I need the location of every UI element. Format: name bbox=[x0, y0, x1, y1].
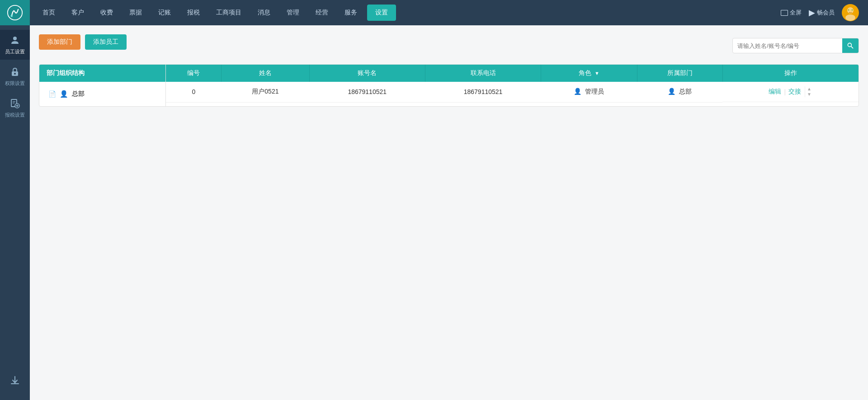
svg-point-3 bbox=[845, 14, 855, 21]
col-action: 操作 bbox=[722, 65, 859, 82]
filter-icon: ▼ bbox=[594, 71, 599, 76]
nav-msg[interactable]: 消息 bbox=[250, 0, 278, 25]
search-button[interactable] bbox=[842, 38, 859, 53]
nav-operate[interactable]: 经营 bbox=[307, 0, 336, 25]
top-nav: 首页 客户 收费 票据 记账 报税 工商项目 消息 管理 经营 服务 设置 全屏… bbox=[0, 0, 868, 25]
cell-name: 用户0521 bbox=[222, 82, 309, 102]
dept-tree-content: 📄 👤 总部 bbox=[39, 82, 165, 106]
svg-line-14 bbox=[851, 47, 853, 48]
dept-item-root[interactable]: 📄 👤 总部 bbox=[45, 87, 160, 101]
lock-icon bbox=[9, 66, 20, 77]
nav-bill[interactable]: 票据 bbox=[121, 0, 150, 25]
col-phone: 联系电话 bbox=[425, 65, 541, 82]
nav-items: 首页 客户 收费 票据 记账 报税 工商项目 消息 管理 经营 服务 设置 bbox=[30, 0, 781, 25]
role-icon: 👤 bbox=[574, 88, 581, 95]
col-name: 姓名 bbox=[222, 65, 309, 82]
scroll-down-arrow[interactable]: ▼ bbox=[807, 92, 811, 97]
nav-settings[interactable]: 设置 bbox=[367, 5, 396, 21]
dept-tree-header: 部门组织结构 bbox=[39, 65, 165, 82]
fullscreen-btn[interactable]: 全屏 bbox=[781, 9, 802, 17]
vip-btn[interactable]: ▶ 畅会员 bbox=[809, 8, 835, 18]
nav-right: 全屏 ▶ 畅会员 bbox=[781, 4, 868, 21]
scroll-up-arrow[interactable]: ▲ bbox=[807, 86, 811, 92]
staff-table: 编号 姓名 账号名 联系电话 角色 ▼ 所属部门 操作 bbox=[166, 65, 859, 106]
sidebar-item-employee[interactable]: 员工设置 bbox=[0, 30, 30, 60]
nav-fee[interactable]: 收费 bbox=[92, 0, 121, 25]
person-icon bbox=[9, 35, 20, 46]
cell-phone: 18679110521 bbox=[425, 82, 541, 102]
nav-account[interactable]: 记账 bbox=[150, 0, 179, 25]
col-id: 编号 bbox=[166, 65, 222, 82]
transfer-action[interactable]: 交接 bbox=[788, 88, 801, 96]
download-icon bbox=[9, 375, 20, 386]
cell-role: 👤 管理员 bbox=[541, 82, 637, 102]
avatar-icon bbox=[842, 4, 859, 21]
nav-home[interactable]: 首页 bbox=[34, 0, 63, 25]
col-role-label: 角色 bbox=[579, 69, 591, 76]
nav-manage[interactable]: 管理 bbox=[278, 0, 307, 25]
add-staff-button[interactable]: 添加员工 bbox=[85, 34, 127, 50]
dept-tree: 部门组织结构 📄 👤 总部 bbox=[39, 65, 166, 106]
sidebar-item-employee-label: 员工设置 bbox=[5, 48, 25, 55]
content-area: 添加部门 添加员工 部门组织结构 📄 bbox=[30, 25, 868, 400]
svg-point-5 bbox=[852, 9, 853, 11]
dept-icon-cell: 👤 bbox=[668, 88, 675, 95]
employee-table: 编号 姓名 账号名 联系电话 角色 ▼ 所属部门 操作 bbox=[166, 65, 859, 103]
fullscreen-icon bbox=[781, 10, 788, 16]
nav-biz[interactable]: 工商项目 bbox=[208, 0, 250, 25]
vip-label: 畅会员 bbox=[817, 9, 835, 17]
left-sidebar: 员工设置 权限设置 报税设置 bbox=[0, 25, 30, 400]
role-value: 管理员 bbox=[585, 88, 604, 95]
scroll-arrows[interactable]: ▲ ▼ bbox=[805, 86, 814, 97]
sidebar-item-download[interactable] bbox=[0, 366, 30, 395]
col-dept: 所属部门 bbox=[637, 65, 722, 82]
sidebar-item-permissions-label: 权限设置 bbox=[5, 80, 25, 87]
logo-icon bbox=[7, 5, 23, 21]
vip-icon: ▶ bbox=[809, 8, 815, 18]
dept-person-icon: 👤 bbox=[60, 90, 68, 98]
svg-point-1 bbox=[11, 15, 13, 17]
col-account: 账号名 bbox=[309, 65, 425, 82]
svg-point-6 bbox=[13, 37, 17, 40]
fullscreen-label: 全屏 bbox=[790, 9, 802, 17]
cell-account: 18679110521 bbox=[309, 82, 425, 102]
sidebar-item-taxreport[interactable]: 报税设置 bbox=[0, 93, 30, 123]
action-buttons: 添加部门 添加员工 bbox=[39, 34, 127, 50]
add-dept-button[interactable]: 添加部门 bbox=[39, 34, 80, 50]
col-role[interactable]: 角色 ▼ bbox=[541, 65, 637, 82]
cell-id: 0 bbox=[166, 82, 222, 102]
main-panel: 部门组织结构 📄 👤 总部 编号 姓名 账号名 bbox=[39, 64, 859, 107]
logo bbox=[0, 0, 30, 25]
report-icon bbox=[9, 98, 20, 109]
cell-actions: 编辑 | 交接 ▲ ▼ bbox=[722, 82, 859, 102]
nav-service[interactable]: 服务 bbox=[336, 0, 365, 25]
cell-dept: 👤 总部 bbox=[637, 82, 722, 102]
edit-action[interactable]: 编辑 bbox=[769, 88, 781, 96]
svg-point-8 bbox=[14, 73, 16, 75]
nav-tax[interactable]: 报税 bbox=[179, 0, 208, 25]
dept-value: 总部 bbox=[679, 88, 692, 95]
search-input[interactable] bbox=[733, 40, 842, 52]
dept-item-label: 总部 bbox=[72, 90, 85, 98]
main-layout: 员工设置 权限设置 报税设置 bbox=[0, 25, 868, 400]
dept-file-icon: 📄 bbox=[48, 90, 56, 98]
search-icon bbox=[847, 42, 854, 49]
user-avatar[interactable] bbox=[842, 4, 859, 21]
table-row: 0 用户0521 18679110521 18679110521 👤 管理员 👤… bbox=[166, 82, 859, 102]
search-box bbox=[732, 38, 859, 53]
sidebar-item-taxreport-label: 报税设置 bbox=[5, 112, 25, 118]
nav-customer[interactable]: 客户 bbox=[63, 0, 92, 25]
svg-point-4 bbox=[848, 9, 849, 11]
sidebar-item-permissions[interactable]: 权限设置 bbox=[0, 61, 30, 91]
